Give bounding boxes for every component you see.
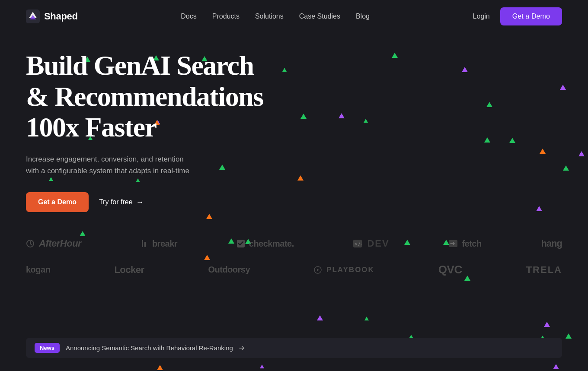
hero-sub-line1: Increase engagement, conversion, and ret…	[26, 155, 184, 163]
nav-blog[interactable]: Blog	[356, 13, 370, 20]
logo-trela: TRELA	[526, 264, 562, 276]
logo-dev: </> DEV	[353, 238, 389, 249]
logo-playbook: PLAYBOOK	[314, 266, 374, 274]
logo-breakr: breakr	[141, 239, 177, 249]
try-free-arrow: →	[136, 198, 144, 207]
hero-headline: Build GenAI Search & Recommendations 100…	[26, 50, 277, 143]
nav-docs[interactable]: Docs	[181, 13, 196, 20]
logo-afterhour: AfterHour	[26, 238, 81, 249]
try-free-link[interactable]: Try for free →	[99, 198, 144, 207]
try-free-label: Try for free	[99, 198, 133, 206]
news-badge: News	[35, 343, 60, 353]
svg-text:</>: </>	[355, 241, 362, 246]
nav-right: Login Get a Demo	[473, 7, 562, 25]
logos-row-1: AfterHour breakr checkmate. </> DEV fetc…	[26, 238, 562, 249]
logo-checkmate: checkmate.	[237, 239, 294, 249]
nav-products[interactable]: Products	[212, 13, 240, 20]
logos-section: AfterHour breakr checkmate. </> DEV fetc…	[0, 212, 588, 299]
hero-subtext: Increase engagement, conversion, and ret…	[26, 153, 216, 177]
get-demo-nav-button[interactable]: Get a Demo	[500, 7, 562, 25]
nav-case-studies[interactable]: Case Studies	[299, 13, 340, 20]
svg-rect-5	[144, 242, 146, 247]
logos-row-2: kogan Locker Outdoorsy PLAYBOOK QVC TREL…	[26, 263, 562, 276]
hero-sub-line2: with a configurable system that adapts i…	[26, 167, 189, 175]
svg-rect-4	[142, 240, 143, 247]
navbar: Shaped Docs Products Solutions Case Stud…	[0, 0, 588, 33]
hero-actions: Get a Demo Try for free →	[26, 192, 562, 212]
nav-links: Docs Products Solutions Case Studies Blo…	[181, 13, 370, 20]
news-bar: News Announcing Semantic Search with Beh…	[0, 338, 588, 358]
nav-solutions[interactable]: Solutions	[255, 13, 284, 20]
logo-outdoorsy: Outdoorsy	[208, 265, 250, 275]
logo-link[interactable]: Shaped	[26, 10, 78, 23]
news-text: Announcing Semantic Search with Behavior…	[66, 344, 244, 352]
logo-hang: hang	[541, 238, 562, 249]
logo-fetch: fetch	[449, 239, 481, 249]
logo-text: Shaped	[44, 11, 78, 22]
login-link[interactable]: Login	[473, 13, 490, 20]
hero-section: Build GenAI Search & Recommendations 100…	[0, 33, 588, 212]
logo-qvc: QVC	[438, 263, 462, 276]
get-demo-hero-button[interactable]: Get a Demo	[26, 192, 89, 212]
shaped-logo-icon	[26, 10, 40, 23]
news-arrow	[236, 344, 244, 352]
news-inner[interactable]: News Announcing Semantic Search with Beh…	[26, 338, 562, 358]
logo-kogan: kogan	[26, 265, 50, 275]
logo-locker: Locker	[114, 264, 144, 276]
